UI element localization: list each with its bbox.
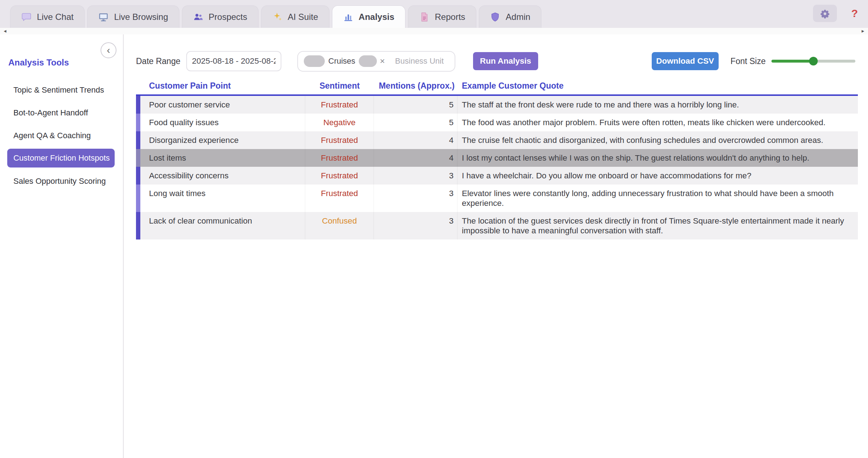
row-accent-bar [136, 114, 140, 131]
topbar-actions: ? [813, 5, 858, 22]
mentions-cell: 3 [374, 185, 458, 212]
sidebar-nav: Topic & Sentiment TrendsBot-to-Agent Han… [0, 79, 123, 192]
sidebar-item-bot-to-agent-handoff[interactable]: Bot-to-Agent Handoff [0, 101, 123, 124]
sidebar-item-label: Bot-to-Agent Handoff [13, 108, 88, 118]
monitor-icon [98, 12, 109, 22]
horizontal-scrollbar[interactable]: ◄ ► [0, 28, 868, 34]
tab-label: AI Suite [288, 12, 318, 22]
slider-thumb[interactable] [809, 57, 818, 65]
table-row[interactable]: Lack of clear communicationConfused3The … [136, 212, 858, 239]
sidebar-item-label: Agent QA & Coaching [13, 131, 91, 140]
business-unit-select[interactable]: Cruises × Business Unit [297, 51, 455, 72]
row-accent-bar [136, 149, 140, 167]
sentiment-cell: Frustrated [305, 167, 374, 185]
gear-icon [820, 8, 830, 18]
pain-point-cell: Lack of clear communication [140, 212, 305, 239]
row-accent-bar [136, 167, 140, 185]
pain-point-cell: Poor customer service [140, 96, 305, 114]
business-unit-placeholder: Business Unit [395, 56, 444, 66]
table-body: Poor customer serviceFrustrated5The staf… [136, 96, 858, 239]
date-range-input[interactable] [186, 51, 281, 71]
row-accent-bar [136, 185, 140, 212]
table-header: Customer Pain Point Sentiment Mentions (… [136, 81, 858, 96]
table-row[interactable]: Disorganized experienceFrustrated4The cr… [136, 131, 858, 149]
date-range-label: Date Range [136, 56, 180, 66]
table-row[interactable]: Food quality issuesNegative5The food was… [136, 114, 858, 131]
chip-decoration-right [359, 55, 377, 67]
sidebar-item-label: Sales Opportunity Scoring [13, 177, 106, 186]
tab-prospects[interactable]: Prospects [182, 5, 259, 28]
mentions-cell: 3 [374, 212, 458, 239]
business-unit-chip-label: Cruises [328, 56, 356, 66]
sidebar: ‹ Analysis Tools Topic & Sentiment Trend… [0, 34, 124, 458]
chip-decoration-left [304, 55, 325, 67]
shield-icon [490, 12, 500, 22]
sparkles-icon [272, 12, 282, 22]
tab-reports[interactable]: Reports [408, 5, 476, 28]
sidebar-item-sales-opportunity-scoring[interactable]: Sales Opportunity Scoring [0, 170, 123, 192]
quote-cell: I have a wheelchair. Do you allow me onb… [458, 167, 858, 185]
quote-cell: The food was another major problem. Frui… [458, 114, 858, 131]
settings-gear-button[interactable] [813, 5, 837, 22]
tab-live-chat[interactable]: Live Chat [10, 5, 85, 28]
mentions-cell: 5 [374, 96, 458, 114]
run-analysis-button[interactable]: Run Analysis [473, 52, 538, 70]
column-header-quote[interactable]: Example Customer Quote [458, 81, 858, 91]
font-size-label: Font Size [731, 56, 766, 66]
quote-cell: The location of the guest services desk … [458, 212, 858, 239]
quote-cell: The cruise felt chaotic and disorganized… [458, 131, 858, 149]
tab-label: Live Chat [37, 12, 73, 22]
table-row[interactable]: Poor customer serviceFrustrated5The staf… [136, 96, 858, 114]
sentiment-cell: Negative [305, 114, 374, 131]
sentiment-cell: Frustrated [305, 149, 374, 167]
tab-label: Prospects [209, 12, 247, 22]
chip-remove-button[interactable]: × [380, 56, 385, 66]
friction-hotspots-table: Customer Pain Point Sentiment Mentions (… [136, 81, 858, 239]
column-header-sentiment[interactable]: Sentiment [305, 81, 374, 91]
top-tab-bar: Live ChatLive BrowsingProspectsAI SuiteA… [0, 0, 868, 28]
sentiment-cell: Confused [305, 212, 374, 239]
download-csv-button[interactable]: Download CSV [652, 52, 719, 70]
app-root: Live ChatLive BrowsingProspectsAI SuiteA… [0, 0, 868, 458]
mentions-cell: 5 [374, 114, 458, 131]
report-icon [419, 12, 429, 22]
tab-ai-suite[interactable]: AI Suite [261, 5, 329, 28]
tab-label: Admin [506, 12, 530, 22]
people-icon [193, 12, 203, 22]
slider-fill [771, 60, 813, 63]
sidebar-item-topic-sentiment-trends[interactable]: Topic & Sentiment Trends [0, 79, 123, 101]
sentiment-cell: Frustrated [305, 131, 374, 149]
chat-bubble-icon [21, 12, 31, 22]
pain-point-cell: Accessibility concerns [140, 167, 305, 185]
help-button[interactable]: ? [851, 8, 858, 19]
pain-point-cell: Long wait times [140, 185, 305, 212]
sentiment-cell: Frustrated [305, 185, 374, 212]
pain-point-cell: Food quality issues [140, 114, 305, 131]
sidebar-item-label: Topic & Sentiment Trends [13, 85, 104, 95]
row-accent-bar [136, 212, 140, 239]
chart-icon [343, 12, 353, 22]
sidebar-item-customer-friction-hotspots[interactable]: Customer Friction Hotspots [7, 149, 115, 167]
table-row[interactable]: Accessibility concernsFrustrated3I have … [136, 167, 858, 185]
tab-live-browsing[interactable]: Live Browsing [87, 5, 179, 28]
scroll-left-arrow[interactable]: ◄ [3, 28, 7, 34]
row-accent-bar [136, 131, 140, 149]
sidebar-title: Analysis Tools [8, 58, 123, 68]
column-header-mentions[interactable]: Mentions (Approx.) [374, 81, 458, 91]
tab-analysis[interactable]: Analysis [332, 5, 406, 28]
quote-cell: The staff at the front desk were rude to… [458, 96, 858, 114]
table-row[interactable]: Long wait timesFrustrated3Elevator lines… [136, 185, 858, 212]
tab-label: Reports [435, 12, 465, 22]
main-content: Date Range Cruises × Business Unit Run A… [124, 34, 868, 458]
table-row[interactable]: Lost itemsFrustrated4I lost my contact l… [136, 149, 858, 167]
sentiment-cell: Frustrated [305, 96, 374, 114]
pain-point-cell: Disorganized experience [140, 131, 305, 149]
font-size-slider[interactable] [771, 56, 855, 66]
tab-admin[interactable]: Admin [479, 5, 541, 28]
scroll-right-arrow[interactable]: ► [861, 28, 865, 34]
column-header-pain-point[interactable]: Customer Pain Point [136, 81, 305, 91]
sidebar-item-agent-qa-coaching[interactable]: Agent QA & Coaching [0, 124, 123, 147]
tab-label: Live Browsing [114, 12, 168, 22]
sidebar-item-label: Customer Friction Hotspots [13, 153, 110, 163]
sidebar-collapse-button[interactable]: ‹ [101, 42, 116, 58]
